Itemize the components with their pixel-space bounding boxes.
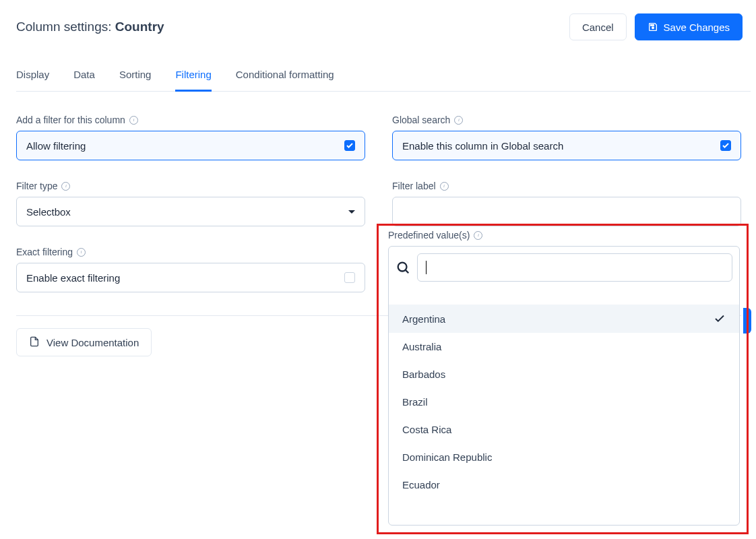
global-search-toggle[interactable]: Enable this column in Global search [392, 131, 741, 160]
svg-line-1 [406, 270, 408, 273]
document-icon [29, 336, 40, 349]
predefined-option-label: Australia [402, 341, 441, 352]
checkbox-icon [344, 140, 355, 151]
checkbox-icon [344, 272, 355, 283]
tab-data[interactable]: Data [73, 63, 95, 92]
predefined-option[interactable]: Costa Rica [389, 416, 739, 443]
predefined-option-label: Brazil [402, 396, 428, 408]
predefined-option[interactable]: Brazil [389, 388, 739, 416]
global-search-label: Global search i [392, 115, 741, 125]
predefined-option-label: Costa Rica [402, 424, 451, 435]
cancel-button[interactable]: Cancel [569, 13, 627, 40]
predefined-option-label: Ecuador [402, 479, 440, 490]
tab-filtering[interactable]: Filtering [175, 63, 211, 92]
tab-conditional-formatting[interactable]: Conditional formatting [236, 63, 334, 92]
search-icon [396, 260, 410, 275]
predefined-values-list[interactable]: ArgentinaAustraliaBarbadosBrazilCosta Ri… [389, 305, 739, 525]
predefined-option-label: Barbados [402, 369, 445, 380]
predefined-option[interactable]: Ecuador [389, 471, 739, 499]
chevron-down-icon [348, 210, 355, 214]
exact-filtering-toggle[interactable]: Enable exact filtering [16, 263, 365, 292]
filter-type-label: Filter type i [16, 181, 365, 191]
predefined-option[interactable]: Argentina [389, 305, 739, 333]
info-icon[interactable]: i [454, 116, 463, 125]
add-filter-label: Add a filter for this column i [16, 115, 365, 125]
tabs: DisplayDataSortingFilteringConditional f… [16, 63, 751, 92]
column-name: Country [115, 20, 164, 34]
view-documentation-button[interactable]: View Documentation [16, 328, 152, 356]
predefined-option[interactable]: Australia [389, 333, 739, 360]
filter-label-input[interactable] [402, 206, 731, 218]
info-icon[interactable]: i [61, 182, 70, 191]
title-prefix: Column settings: [16, 20, 115, 34]
filter-label-input-wrap [392, 197, 741, 226]
info-icon[interactable]: i [440, 182, 449, 191]
checkbox-icon [720, 140, 731, 151]
allow-filtering-toggle[interactable]: Allow filtering [16, 131, 365, 160]
info-icon[interactable]: i [77, 248, 86, 257]
svg-point-0 [398, 263, 407, 272]
predefined-search-input[interactable] [417, 253, 732, 282]
info-icon[interactable]: i [129, 116, 138, 125]
predefined-option-label: Argentina [402, 313, 445, 325]
predefined-values-label: Predefined value(s) i [388, 230, 740, 241]
predefined-option[interactable]: Dominican Republic [389, 443, 739, 471]
tab-display[interactable]: Display [16, 63, 49, 92]
tab-sorting[interactable]: Sorting [119, 63, 152, 92]
filter-label-label: Filter label i [392, 181, 741, 191]
exact-filtering-label: Exact filtering i [16, 247, 365, 257]
filter-type-select[interactable]: Selectbox [16, 197, 365, 226]
save-icon [648, 22, 658, 32]
check-icon [714, 313, 726, 325]
save-changes-button[interactable]: Save Changes [635, 13, 743, 40]
predefined-option-label: Dominican Republic [402, 451, 492, 463]
info-icon[interactable]: i [474, 231, 482, 240]
predefined-values-highlighted: Predefined value(s) i ArgentinaAustralia… [377, 224, 749, 534]
predefined-option[interactable]: Barbados [389, 360, 739, 388]
page-title: Column settings: Country [16, 20, 164, 34]
